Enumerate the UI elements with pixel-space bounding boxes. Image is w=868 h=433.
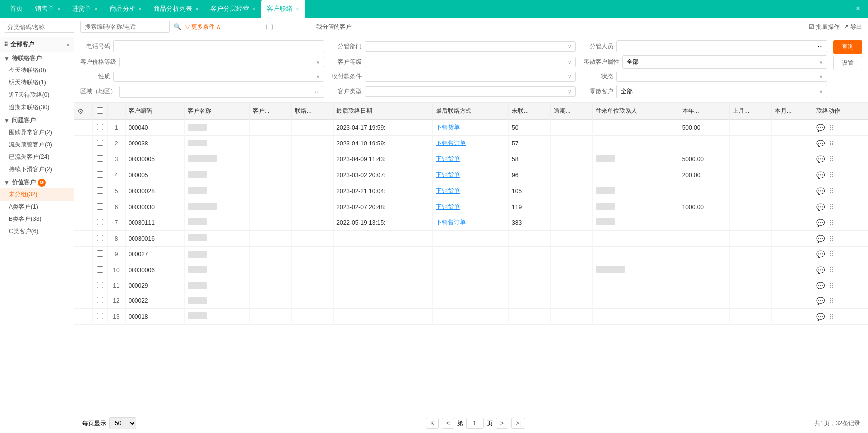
sidebar-item-today[interactable]: 今天待联络(0) [0,64,74,76]
row-checkbox[interactable] [92,183,107,199]
region-input[interactable]: ··· [119,86,324,98]
nav-customer-segment[interactable]: 客户分层经营 × [204,0,261,18]
close-icon[interactable]: × [94,6,97,12]
message-icon[interactable]: 💬 [816,235,825,243]
overdue-col-header[interactable]: 逾期... [550,103,593,120]
nav-product-analysis-list[interactable]: 商品分析列表 × [147,0,204,18]
sidebar-item-b-class[interactable]: B类客户(33) [0,213,74,225]
price-level-select[interactable]: ∨ [119,57,324,67]
retail-customer-select[interactable]: 全部 ∨ [616,85,827,98]
row-checkbox[interactable] [92,136,107,151]
all-customers-header[interactable]: ⠿ 全部客户 « [0,37,74,52]
nav-product-analysis[interactable]: 商品分析 × [104,0,147,18]
this-month-col-header[interactable]: 本月... [771,103,813,120]
search-input[interactable] [80,21,170,33]
row-checkbox[interactable] [92,278,107,293]
row-last-method[interactable]: 下销售订单 [433,136,509,151]
row-last-method[interactable]: 下销货单 [433,120,509,136]
message-icon[interactable]: 💬 [816,140,825,147]
row-last-method[interactable]: 下销货单 [433,199,509,215]
row-checkbox[interactable] [92,247,107,262]
payment-select[interactable]: ∨ [365,72,576,82]
sidebar-item-warning[interactable]: 流失预警客户(3) [0,139,74,151]
row-checkbox[interactable] [92,309,107,325]
more-icon[interactable]: ⠿ [829,155,834,163]
more-icon[interactable]: ⠿ [829,282,834,289]
more-icon[interactable]: ⠿ [829,171,834,179]
message-icon[interactable]: 💬 [816,313,825,321]
contact-col-header[interactable]: 联络... [291,103,334,120]
row-checkbox[interactable] [92,120,107,136]
category-search-input[interactable] [4,22,74,33]
select-all-checkbox[interactable] [97,107,103,114]
retail-attr-select[interactable]: 全部 ∨ [622,55,827,69]
settings-col-header[interactable]: ⚙ [74,103,92,120]
type-col-header[interactable]: 客户... [250,103,292,120]
message-icon[interactable]: 💬 [816,171,825,179]
more-icon[interactable]: ⠿ [829,187,834,195]
problem-group-title[interactable]: ▼ 问题客户 [0,114,74,126]
sidebar-item-tomorrow[interactable]: 明天待联络(1) [0,76,74,89]
settings-icon[interactable]: ⚙ [77,107,84,115]
close-all-button[interactable]: × [852,4,864,13]
message-icon[interactable]: 💬 [816,266,825,274]
search-button[interactable]: 🔍 [174,23,181,30]
last-contact-method-col-header[interactable]: 最后联络方式 [433,103,509,120]
last-contact-date-col-header[interactable]: 最后联络日期 [334,103,433,120]
refresh-badge[interactable]: ⟳ [38,179,46,187]
message-icon[interactable]: 💬 [816,250,825,258]
dept-select[interactable]: ∨ [365,41,576,52]
sidebar-item-a-class[interactable]: A类客户(1) [0,201,74,213]
row-last-method[interactable]: 下销货单 [433,183,509,199]
sidebar-item-declining[interactable]: 持续下滑客户(2) [0,163,74,176]
nav-customer-contact[interactable]: 客户联络 × [261,0,305,18]
my-customers-checkbox-label[interactable]: 我分管的客户 [225,23,352,31]
phone-input[interactable] [113,40,324,52]
last-month-col-header[interactable]: 上月... [730,103,772,120]
message-icon[interactable]: 💬 [816,187,825,195]
row-checkbox[interactable] [92,231,107,247]
message-icon[interactable]: 💬 [816,203,825,211]
sidebar-item-ungroup[interactable]: 未分组(32) [0,188,74,201]
close-icon[interactable]: × [138,6,141,12]
page-size-select[interactable]: 20 50 100 [109,417,136,429]
more-icon[interactable]: ⠿ [829,250,834,258]
no-contact-col-header[interactable]: 未联... [509,103,551,120]
nav-sales[interactable]: 销售单 × [29,0,66,18]
nav-purchase[interactable]: 进货单 × [66,0,103,18]
sidebar-item-lost[interactable]: 已流失客户(24) [0,151,74,163]
row-checkbox[interactable] [92,215,107,231]
pending-group-title[interactable]: ▼ 待联络客户 [0,52,74,64]
more-icon[interactable]: ⠿ [829,219,834,227]
more-icon[interactable]: ⠿ [829,313,834,321]
score-group-title[interactable]: ▼ 价值客户 ⟳ [0,176,74,188]
customer-type-select[interactable]: ∨ [365,86,576,97]
sidebar-item-abnormal[interactable]: 囤购异常客户(2) [0,126,74,139]
this-year-col-header[interactable]: 本年... [679,103,729,120]
row-checkbox[interactable] [92,151,107,167]
more-icon[interactable]: ⠿ [829,140,834,147]
my-customers-checkbox[interactable] [225,24,314,30]
customer-level-select[interactable]: ∨ [365,57,576,67]
row-checkbox[interactable] [92,293,107,309]
message-icon[interactable]: 💬 [816,282,825,289]
export-button[interactable]: ↗ 导出 [844,23,862,31]
message-icon[interactable]: 💬 [816,155,825,163]
more-icon[interactable]: ⠿ [829,297,834,305]
close-icon[interactable]: × [296,6,299,12]
status-select[interactable]: ∨ [616,72,827,82]
sidebar-item-c-class[interactable]: C类客户(6) [0,225,74,238]
batch-op-button[interactable]: ☑ 批量操作 [809,23,840,31]
more-conditions-button[interactable]: ▽ 更多条件 ∧ [185,23,221,31]
query-button[interactable]: 查询 [833,40,862,54]
row-last-method[interactable]: 下销货单 [433,151,509,167]
close-icon[interactable]: × [252,6,255,12]
manager-input[interactable]: ··· [616,40,827,52]
more-icon[interactable]: ⠿ [829,235,834,243]
checkbox-col-header[interactable] [92,103,107,120]
last-page-button[interactable]: >| [511,418,525,429]
nav-home[interactable]: 首页 [4,0,29,18]
row-last-method[interactable]: 下销货单 [433,167,509,183]
code-col-header[interactable]: 客户编码 [125,103,184,120]
page-number-input[interactable] [466,418,484,429]
